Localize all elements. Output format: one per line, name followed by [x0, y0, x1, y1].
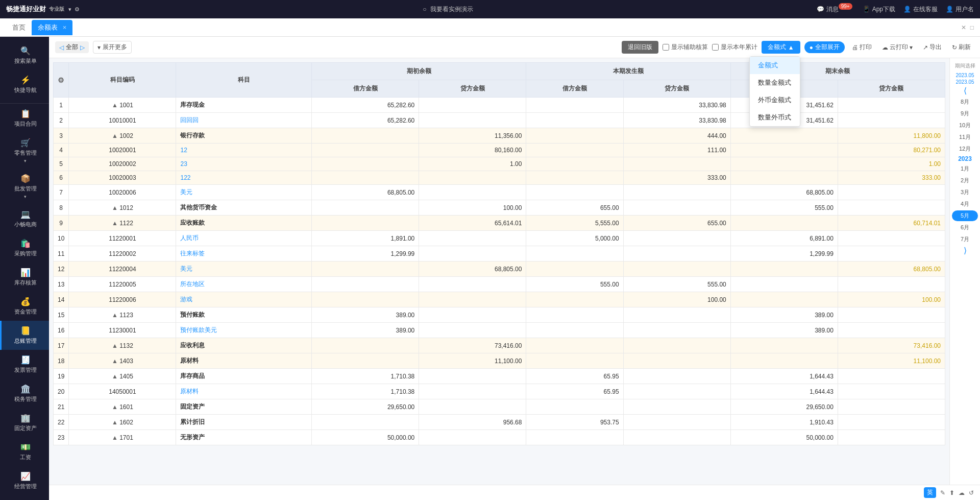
show-year-input[interactable]: [712, 44, 719, 51]
month-1[interactable]: 1月: [952, 163, 978, 174]
table-row[interactable]: 19 ▲ 1405 库存商品 1,710.38 65.95 1,644.43: [54, 369, 945, 384]
sidebar-item-wholesale[interactable]: 📦 批发管理 ▾: [0, 169, 49, 204]
breadcrumb-nav[interactable]: ◁ 全部 ▷: [55, 41, 89, 53]
scroll-down-icon[interactable]: ⟩: [964, 246, 967, 255]
cell-open-credit: [419, 113, 526, 128]
expand-btn[interactable]: ▾ 展开更多: [93, 41, 132, 54]
table-row[interactable]: 2 10010001 回回回 65,282.60 33,830.98 31,45…: [54, 113, 945, 128]
sidebar-item-retail[interactable]: 🛒 零售管理 ▾: [0, 133, 49, 169]
format-option-1[interactable]: 数量金额式: [750, 74, 800, 91]
table-row[interactable]: 17 ▲ 1132 应收利息 73,416.00 73,416.00: [54, 338, 945, 353]
month-8[interactable]: 8月: [952, 97, 978, 107]
table-row[interactable]: 16 11230001 预付账款美元 389.00 389.00: [54, 323, 945, 338]
tab-close-icon[interactable]: ×: [63, 23, 67, 31]
month-4[interactable]: 4月: [952, 199, 978, 209]
sidebar-item-business[interactable]: 📈 经营管理: [0, 466, 49, 495]
format-btn[interactable]: 金额式 ▲: [762, 41, 800, 54]
table-row[interactable]: 14 11220006 游戏 100.00 100.00: [54, 292, 945, 307]
table-row[interactable]: 18 ▲ 1403 原材料 11,100.00 11,100.00: [54, 353, 945, 369]
format-option-3[interactable]: 数量外币式: [750, 109, 800, 126]
cell-name: 预付账款: [176, 307, 312, 323]
cell-code: 11220004: [69, 261, 176, 277]
bottom-cloud-icon[interactable]: ☁: [959, 489, 965, 496]
table-row[interactable]: 8 ▲ 1012 其他货币资金 100.00 655.00 555.00: [54, 200, 945, 216]
forward-nav-icon[interactable]: ▷: [80, 44, 85, 51]
tab-balance[interactable]: 余额表 ×: [32, 20, 72, 35]
sidebar-item-invoice[interactable]: 🧾 发票管理: [0, 350, 49, 379]
show-assist-checkbox[interactable]: 显示辅助核算: [663, 43, 708, 52]
show-year-checkbox[interactable]: 显示本年累计: [712, 43, 757, 52]
month-12[interactable]: 12月: [952, 144, 978, 154]
cell-open-credit: [419, 399, 526, 415]
month-5[interactable]: 5月: [952, 210, 978, 221]
sidebar-item-expense[interactable]: 🧮 小畅报销: [0, 495, 49, 500]
user-avatar[interactable]: 👤 用户名: [946, 5, 974, 14]
sidebar-quick-nav[interactable]: ⚡ 快捷导航: [2, 70, 47, 99]
table-row[interactable]: 6 10020003 122 333.00 333.00: [54, 171, 945, 185]
table-row[interactable]: 23 ▲ 1701 无形资产 50,000.00 50,000.00: [54, 430, 945, 445]
bottom-refresh-icon[interactable]: ↺: [969, 489, 974, 496]
expand-all-toggle[interactable]: ● 全部展开: [804, 41, 845, 53]
app-download-button[interactable]: 📱 App下载: [863, 5, 895, 14]
tab-home[interactable]: 首页: [6, 20, 32, 35]
table-row[interactable]: 13 11220005 所在地区 555.00 555.00: [54, 277, 945, 292]
table-row[interactable]: 9 ▲ 1122 应收账款 65,614.01 5,555.00 655.00 …: [54, 216, 945, 231]
cell-name: 23: [176, 157, 312, 171]
back-old-btn[interactable]: 退回旧版: [622, 41, 658, 54]
export-btn[interactable]: ↗ 导出: [920, 41, 945, 53]
settings-icon[interactable]: ⚙: [75, 6, 80, 13]
month-9[interactable]: 9月: [952, 108, 978, 119]
table-row[interactable]: 21 ▲ 1601 固定资产 29,650.00 29,650.00: [54, 399, 945, 415]
month-11[interactable]: 11月: [952, 132, 978, 142]
col-settings-icon[interactable]: ⚙: [58, 76, 64, 84]
message-button[interactable]: 💬 消息 99+: [817, 5, 854, 14]
month-2[interactable]: 2月: [952, 175, 978, 186]
month-7[interactable]: 7月: [952, 234, 978, 245]
format-option-0[interactable]: 金额式: [750, 57, 800, 74]
sidebar-search[interactable]: 🔍 搜索菜单: [2, 41, 47, 70]
table-row[interactable]: 5 10020002 23 1.00 1.00: [54, 157, 945, 171]
show-assist-input[interactable]: [663, 44, 669, 51]
maximize-icon[interactable]: □: [970, 24, 974, 31]
table-row[interactable]: 10 11220001 人民币 1,891.00 5,000.00 6,891.…: [54, 231, 945, 246]
cell-period-debit: [526, 246, 623, 261]
format-option-2[interactable]: 外币金额式: [750, 91, 800, 109]
bottom-upload-icon[interactable]: ⬆: [949, 489, 954, 496]
table-row[interactable]: 7 10020006 美元 68,805.00 68,805.00: [54, 185, 945, 200]
scroll-up-icon[interactable]: ⟨: [964, 86, 967, 96]
sidebar-item-assets[interactable]: 🏢 固定资产: [0, 408, 49, 437]
table-row[interactable]: 20 14050001 原材料 1,710.38 65.95 1,644.43: [54, 384, 945, 399]
table-row[interactable]: 1 ▲ 1001 库存现金 65,282.60 33,830.98 31,451…: [54, 98, 945, 113]
sidebar-item-purchase[interactable]: 🛍️ 采购管理: [0, 233, 49, 263]
cloud-print-btn[interactable]: ☁ 云打印 ▾: [879, 41, 916, 53]
month-10[interactable]: 10月: [952, 120, 978, 131]
refresh-btn[interactable]: ↻ 刷新: [949, 41, 974, 53]
cell-open-credit: [419, 277, 526, 292]
table-row[interactable]: 12 11220004 美元 68,805.00 68,805.00: [54, 261, 945, 277]
month-3[interactable]: 3月: [952, 187, 978, 198]
table-row[interactable]: 15 ▲ 1123 预付账款 389.00 389.00: [54, 307, 945, 323]
th-settings: ⚙: [54, 63, 69, 98]
sidebar-item-tax[interactable]: 🏛️ 税务管理: [0, 379, 49, 408]
print-btn[interactable]: 🖨 打印: [849, 41, 875, 53]
bottom-edit-icon[interactable]: ✎: [940, 489, 945, 496]
sidebar-item-ledger[interactable]: 📒 总账管理: [0, 321, 49, 350]
cell-period-credit: [623, 157, 730, 171]
close-window-icon[interactable]: ✕: [961, 24, 966, 31]
sidebar-item-project[interactable]: 📋 项目合同: [0, 104, 49, 133]
sidebar-item-inventory[interactable]: 📊 库存核算: [0, 263, 49, 292]
table-container: ⚙ 科目编码 科目 期初余额 本期发生额 期末余额 借方金额 贷方金额 借方金额: [49, 58, 949, 485]
month-6[interactable]: 6月: [952, 222, 978, 233]
dropdown-icon[interactable]: ▾: [68, 6, 71, 13]
table-row[interactable]: 11 11220002 往来标签 1,299.99 1,299.99: [54, 246, 945, 261]
sidebar-item-salary[interactable]: 💵 工资: [0, 437, 49, 466]
table-row[interactable]: 3 ▲ 1002 银行存款 11,356.00 444.00 11,800.00: [54, 128, 945, 144]
table-row[interactable]: 4 10020001 12 80,160.00 111.00 80,271.00: [54, 144, 945, 157]
cell-period-credit: 33,830.98: [623, 98, 730, 113]
online-service-button[interactable]: 👤 在线客服: [903, 5, 938, 14]
table-row[interactable]: 22 ▲ 1602 累计折旧 956.68 953.75 1,910.43: [54, 415, 945, 430]
demo-link[interactable]: 我要看实例演示: [430, 5, 473, 14]
sidebar-item-ecommerce[interactable]: 💻 小畅电商: [0, 204, 49, 233]
lang-switch[interactable]: 英: [924, 487, 936, 498]
sidebar-item-finance[interactable]: 💰 资金管理: [0, 292, 49, 321]
